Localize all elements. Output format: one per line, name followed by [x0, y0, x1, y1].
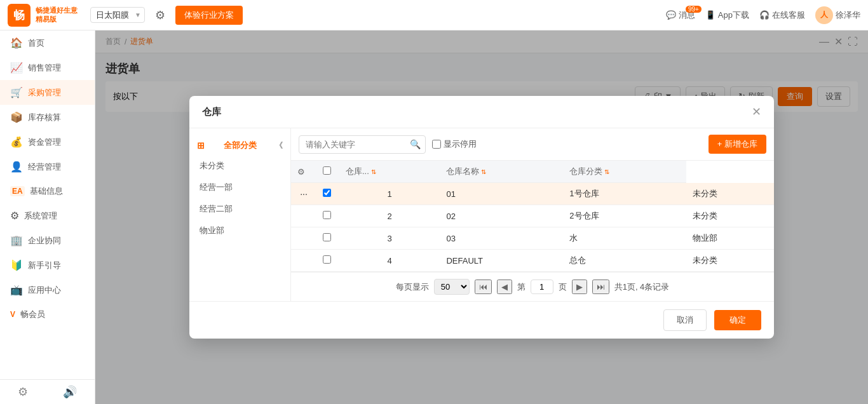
- sidebar-label-home: 首页: [28, 37, 44, 49]
- show-disabled-label[interactable]: 显示停用: [432, 138, 477, 150]
- row-code: 03: [440, 227, 563, 250]
- modal-title: 仓库: [202, 106, 221, 118]
- search-wrap: 🔍: [299, 135, 426, 154]
- message-button[interactable]: 💬 消息 99+: [666, 10, 695, 21]
- sidebar-item-operations[interactable]: 👤 经营管理: [0, 154, 95, 179]
- category-all[interactable]: ⊞ 全部分类 《: [189, 136, 290, 155]
- row-name: 1号仓库: [563, 183, 686, 205]
- sidebar-label-guide: 新手引导: [28, 260, 61, 271]
- row-checkbox[interactable]: [323, 189, 331, 197]
- collapse-button[interactable]: 《: [275, 140, 283, 151]
- membership-icon: V: [10, 310, 15, 319]
- last-page-button[interactable]: ⏭: [592, 279, 609, 294]
- modal-footer: 取消 确定: [189, 301, 774, 339]
- service-button[interactable]: 🎧 在线客服: [759, 10, 805, 21]
- brand-name: 畅捷通好生意 精易版: [36, 6, 78, 23]
- app-icon: 📱: [705, 10, 715, 20]
- page-summary: 共1页, 4条记录: [614, 281, 670, 293]
- sidebar-label-basic-info: 基础信息: [30, 185, 63, 197]
- sidebar-item-finance[interactable]: 💰 资金管理: [0, 130, 95, 154]
- user-button[interactable]: 人 徐泽华: [815, 6, 860, 24]
- select-all-checkbox[interactable]: [323, 166, 331, 175]
- confirm-button[interactable]: 确定: [714, 310, 761, 330]
- store-selector[interactable]: 日太阳膜 ▼: [83, 7, 145, 23]
- th-name: 仓库名称 ⇅: [440, 161, 563, 183]
- sidebar-label-enterprise: 企业协同: [28, 235, 61, 246]
- gear-icon[interactable]: ⚙: [155, 8, 165, 22]
- inventory-icon: 📦: [10, 111, 23, 123]
- cancel-button[interactable]: 取消: [663, 309, 707, 331]
- row-category: 未分类: [686, 250, 774, 272]
- sidebar-item-sales[interactable]: 📈 销售管理: [0, 55, 95, 80]
- row-name: 水: [563, 227, 686, 250]
- basic-info-icon: EA: [10, 186, 25, 196]
- audio-icon[interactable]: 🔊: [63, 385, 77, 399]
- system-icon: ⚙: [10, 210, 19, 222]
- sidebar-item-basic-info[interactable]: EA 基础信息: [0, 179, 95, 203]
- app-download-button[interactable]: 📱 App下载: [705, 10, 749, 21]
- prev-page-button[interactable]: ◀: [497, 279, 512, 294]
- category-item-unclassified[interactable]: 未分类: [189, 155, 290, 177]
- table-body: ···1011号仓库未分类2022号仓库未分类303水物业部4DEFAULT总仓…: [291, 183, 774, 272]
- row-checkbox-cell: [316, 250, 339, 272]
- avatar: 人: [815, 6, 833, 24]
- store-select[interactable]: 日太阳膜: [90, 7, 145, 23]
- row-gear: [291, 227, 316, 250]
- sidebar-label-purchase: 采购管理: [28, 87, 61, 98]
- sidebar-label-membership: 畅会员: [20, 309, 45, 320]
- sidebar-item-app-center[interactable]: 📺 应用中心: [0, 278, 95, 302]
- layout: 🏠 首页 📈 销售管理 🛒 采购管理 📦 库存核算 💰 资金管理 👤 经营管理 …: [0, 30, 868, 404]
- sidebar-item-enterprise[interactable]: 🏢 企业协同: [0, 228, 95, 253]
- modal-close-button[interactable]: ✕: [752, 105, 761, 119]
- row-gear: [291, 250, 316, 272]
- table-row[interactable]: 2022号仓库未分类: [291, 205, 774, 227]
- row-number: 3: [339, 227, 440, 250]
- search-icon[interactable]: 🔍: [410, 139, 421, 149]
- page-input[interactable]: [531, 279, 553, 294]
- row-code: DEFAULT: [440, 250, 563, 272]
- page-size-select[interactable]: 50 10 20 100: [434, 279, 470, 295]
- row-checkbox[interactable]: [323, 233, 331, 241]
- sidebar: 🏠 首页 📈 销售管理 🛒 采购管理 📦 库存核算 💰 资金管理 👤 经营管理 …: [0, 30, 95, 404]
- row-number: 2: [339, 205, 440, 227]
- table-row[interactable]: 303水物业部: [291, 227, 774, 250]
- sidebar-item-home[interactable]: 🏠 首页: [0, 30, 95, 55]
- sidebar-item-membership[interactable]: V 畅会员: [0, 302, 95, 327]
- show-disabled-checkbox[interactable]: [432, 140, 441, 149]
- add-warehouse-button[interactable]: + 新增仓库: [709, 135, 766, 154]
- sidebar-item-purchase[interactable]: 🛒 采购管理: [0, 80, 95, 105]
- row-code: 02: [440, 205, 563, 227]
- sidebar-label-sales: 销售管理: [28, 62, 61, 74]
- message-badge: 99+: [686, 6, 702, 13]
- first-page-button[interactable]: ⏮: [475, 279, 492, 294]
- sales-icon: 📈: [10, 62, 23, 74]
- pagination: 每页显示 50 10 20 100 ⏮ ◀ 第 页: [291, 272, 774, 301]
- row-checkbox[interactable]: [323, 211, 331, 219]
- category-item-dept2[interactable]: 经营二部: [189, 198, 290, 220]
- row-category: 未分类: [686, 183, 774, 205]
- category-panel: ⊞ 全部分类 《 未分类 经营一部 经营二部 物业部: [189, 128, 291, 301]
- warehouse-modal: 仓库 ✕ ⊞ 全部分类 《 未分类 经营一部 经营二部: [189, 96, 774, 339]
- table-row[interactable]: ···1011号仓库未分类: [291, 183, 774, 205]
- sidebar-item-inventory[interactable]: 📦 库存核算: [0, 105, 95, 130]
- category-item-property[interactable]: 物业部: [189, 220, 290, 241]
- table-panel: 🔍 显示停用 + 新增仓库: [291, 128, 774, 301]
- table-head: ⚙ 仓库... ⇅: [291, 161, 774, 183]
- row-checkbox[interactable]: [323, 255, 331, 264]
- category-all-label: 全部分类: [224, 140, 257, 151]
- sidebar-item-guide[interactable]: 🔰 新手引导: [0, 253, 95, 278]
- row-gear: [291, 205, 316, 227]
- search-input[interactable]: [299, 135, 426, 154]
- trial-button[interactable]: 体验行业方案: [175, 6, 243, 25]
- row-category: 物业部: [686, 227, 774, 250]
- table-row[interactable]: 4DEFAULT总仓未分类: [291, 250, 774, 272]
- message-icon: 💬: [666, 10, 676, 20]
- next-page-button[interactable]: ▶: [572, 279, 587, 294]
- row-checkbox-cell: [316, 183, 339, 205]
- sidebar-item-system[interactable]: ⚙ 系统管理: [0, 203, 95, 228]
- settings-bottom-icon[interactable]: ⚙: [18, 385, 28, 399]
- sidebar-label-operations: 经营管理: [28, 161, 61, 173]
- enterprise-icon: 🏢: [10, 234, 23, 246]
- category-item-dept1[interactable]: 经营一部: [189, 177, 290, 198]
- sidebar-label-inventory: 库存核算: [28, 112, 61, 123]
